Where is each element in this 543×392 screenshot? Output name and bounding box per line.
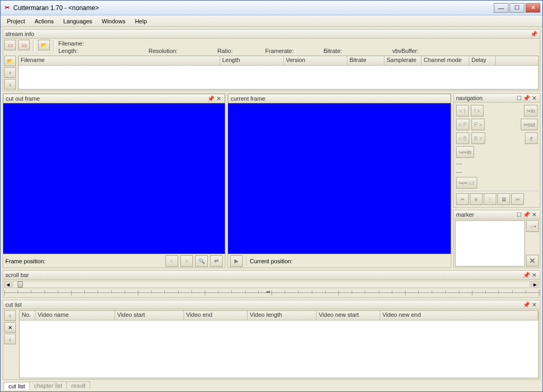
tool-1-icon[interactable]: ✂ [456, 193, 469, 205]
cut-out-video [3, 103, 225, 254]
col-version[interactable]: Version [284, 56, 347, 65]
framerate-label: Framerate: [265, 47, 323, 55]
col-vnewstart[interactable]: Video new start [317, 311, 380, 320]
stream-down-button[interactable]: ↓ [4, 79, 16, 90]
pin-icon[interactable]: 📌 [523, 272, 530, 279]
prev-b-button[interactable]: < B [456, 132, 469, 144]
cut-grid[interactable]: No. Video name Video start Video end Vid… [19, 310, 539, 378]
open-video-button[interactable]: ▭ [4, 40, 16, 50]
open-audio-button[interactable]: ▭ [18, 40, 30, 50]
next-p-button[interactable]: P > [471, 119, 485, 130]
tool-2-icon[interactable]: ≡ [470, 193, 483, 205]
frame-position-label: Frame position: [5, 258, 46, 264]
nav-text-1: --- [456, 160, 538, 166]
stream-info-title: stream info 📌 [3, 29, 540, 39]
nav-text-2: --- [456, 168, 538, 175]
pin-icon[interactable]: 📌 [523, 301, 530, 308]
marker-panel: marker ☐ 📌 ✕ →• ✕ [453, 210, 540, 268]
tab-cutlist[interactable]: cut list [4, 382, 30, 390]
marker-delete-button[interactable]: ✕ [526, 255, 539, 266]
goto-out-button[interactable]: ↪✂out [456, 177, 477, 189]
menu-windows[interactable]: Windows [98, 17, 130, 25]
cut-down-button[interactable]: ↓ [4, 334, 16, 344]
app-icon: ✂ [3, 4, 11, 12]
pin-icon[interactable]: 📌 [523, 95, 530, 102]
tab-result[interactable]: result [66, 381, 90, 389]
cut-out-frame-panel: cut out frame 📌 ✕ Frame position: < > 🔍 … [3, 93, 225, 268]
pin-icon[interactable]: 📌 [207, 95, 215, 102]
pin-icon[interactable]: 📌 [523, 211, 530, 218]
col-length[interactable]: Length [220, 56, 284, 65]
menu-project[interactable]: Project [3, 17, 29, 25]
next-i-button[interactable]: I > [471, 105, 484, 117]
ruler: ⇔ [4, 289, 539, 297]
next-button[interactable]: > [180, 255, 193, 267]
next-b-button[interactable]: B > [471, 132, 485, 144]
col-vnewend[interactable]: Video new end [380, 311, 538, 320]
stream-up-button[interactable]: ↑ [4, 67, 16, 78]
prev-i-button[interactable]: < I [456, 105, 469, 117]
menu-languages[interactable]: Languages [59, 17, 96, 25]
cut-out-button[interactable]: ✂ out [521, 119, 538, 130]
prev-button[interactable]: < [165, 255, 178, 267]
close-button[interactable]: ✕ [526, 3, 540, 13]
pin-icon[interactable]: 📌 [530, 31, 538, 38]
maximize-button[interactable]: ☐ [510, 3, 524, 13]
tab-chapter[interactable]: chapter list [29, 381, 67, 389]
tool-5-icon[interactable]: ✂ [511, 193, 524, 205]
ratio-label: Ratio: [217, 47, 265, 55]
col-bitrate[interactable]: Bitrate [347, 56, 384, 65]
marker-goto-button[interactable]: →• [526, 220, 539, 232]
col-vstart[interactable]: Video start [115, 311, 184, 320]
current-video [228, 103, 451, 254]
cutlist-panel: cut list 📌 ✕ ↑ ✕ ↓ No. Video name Video … [3, 300, 540, 389]
cut-delete-button[interactable]: ✕ [4, 322, 16, 333]
close-icon[interactable]: ✕ [530, 95, 538, 102]
tool-3-icon[interactable]: ⋮ [484, 193, 496, 205]
col-vname[interactable]: Video name [36, 311, 115, 320]
current-position-label: Current position: [250, 258, 293, 264]
prev-p-button[interactable]: < P [456, 119, 469, 130]
minimize-button[interactable]: — [494, 3, 509, 13]
stream-grid[interactable]: Filename Length Version Bitrate Samplera… [18, 56, 539, 90]
close-icon[interactable]: ✕ [530, 272, 538, 279]
window-icon[interactable]: ☐ [515, 211, 523, 218]
col-no[interactable]: No. [20, 311, 36, 320]
stream-info-panel: stream info 📌 ▭ ▭ 📂 Filename: Length: Re… [3, 29, 540, 91]
navigation-panel: navigation ☐ 📌 ✕ < I I > ✂ in [453, 93, 540, 208]
filename-label: Filename: [58, 40, 418, 47]
col-samplerate[interactable]: Samplerate [384, 56, 422, 65]
scroll-track[interactable] [13, 281, 530, 288]
vbv-label: vbvBuffer: [392, 47, 418, 55]
close-icon[interactable]: ✕ [530, 211, 538, 218]
swap-button[interactable]: ⇄ [210, 255, 223, 267]
col-delay[interactable]: Delay [469, 56, 496, 65]
scrollbar-panel: scroll bar 📌 ✕ ◀ ▶ ⇔ [3, 270, 540, 298]
window-title: Cuttermaran 1.70 - <noname> [13, 4, 494, 12]
zoom-button[interactable]: 🔍 [195, 255, 208, 267]
cut-up-button[interactable]: ↑ [4, 310, 16, 321]
cut-in-button[interactable]: ✂ in [524, 105, 538, 117]
goto-in-button[interactable]: ↪✂ in [456, 146, 474, 158]
tool-4-icon[interactable]: 🖥 [497, 193, 510, 205]
col-vend[interactable]: Video end [184, 311, 248, 320]
marker-list[interactable] [455, 220, 525, 266]
menu-help[interactable]: Help [130, 17, 151, 25]
menu-actions[interactable]: Actions [30, 17, 58, 25]
length-label: Length: [58, 47, 148, 55]
col-vlen[interactable]: Video length [248, 311, 317, 320]
open-file-button[interactable]: 📂 [38, 40, 50, 50]
col-filename[interactable]: Filename [19, 56, 220, 65]
plusminus-button[interactable]: ± [525, 132, 538, 144]
close-icon[interactable]: ✕ [215, 95, 222, 102]
bitrate-label: Bitrate: [323, 47, 392, 55]
titlebar[interactable]: ✂ Cuttermaran 1.70 - <noname> — ☐ ✕ [1, 1, 542, 15]
col-channel[interactable]: Channel mode [422, 56, 469, 65]
scroll-right-button[interactable]: ▶ [531, 281, 539, 288]
scroll-left-button[interactable]: ◀ [4, 281, 12, 288]
window-icon[interactable]: ☐ [515, 95, 523, 102]
close-icon[interactable]: ✕ [530, 301, 538, 308]
play-button[interactable]: ▶ [230, 255, 243, 267]
stream-open-button[interactable]: 📂 [4, 56, 16, 66]
scroll-thumb[interactable] [17, 281, 23, 288]
